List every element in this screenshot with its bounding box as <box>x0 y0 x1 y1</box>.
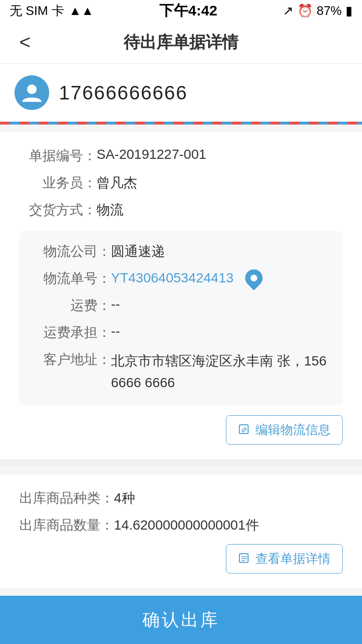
dashed-divider <box>0 122 362 125</box>
avatar-icon <box>20 81 44 105</box>
tracking-no-text: YT43064053424413 <box>111 270 234 286</box>
delivery-method-row: 交货方式： 物流 <box>19 201 343 219</box>
address-value: 北京市市辖区海淀区永丰南 张，156 6666 6666 <box>111 350 328 394</box>
logistics-company-label: 物流公司： <box>34 242 111 261</box>
address-label: 客户地址： <box>34 350 111 369</box>
tracking-no-row: 物流单号： YT43064053424413 <box>34 269 328 288</box>
carrier-text: 无 SIM 卡 <box>10 2 64 19</box>
page-title: 待出库单据详情 <box>124 31 238 54</box>
logistics-company-row: 物流公司： 圆通速递 <box>34 242 328 261</box>
freight-bearer-value: -- <box>111 323 328 339</box>
status-time: 下午4:42 <box>159 1 217 21</box>
nav-bar: < 待出库单据详情 <box>0 21 362 64</box>
back-button[interactable]: < <box>14 27 35 58</box>
confirm-bar[interactable]: 确认出库 <box>0 596 362 644</box>
wifi-icon: ▲▲ <box>69 3 94 18</box>
location-icon: ↗ <box>283 3 293 18</box>
status-right: ↗ ⏰ 87% ▮ <box>283 3 352 18</box>
edit-icon <box>238 423 251 436</box>
tracking-no-label: 物流单号： <box>34 269 111 288</box>
svg-rect-2 <box>239 554 248 562</box>
stock-info-section: 出库商品种类： 4种 出库商品数量： 14.620000000000001件 查… <box>0 475 362 588</box>
freight-value: -- <box>111 296 328 312</box>
sales-person-label: 业务员： <box>19 174 97 192</box>
product-qty-value: 14.620000000000001件 <box>114 516 343 534</box>
address-row: 客户地址： 北京市市辖区海淀区永丰南 张，156 6666 6666 <box>34 350 328 394</box>
freight-label: 运费： <box>34 296 111 315</box>
view-detail-button[interactable]: 查看单据详情 <box>226 544 343 574</box>
edit-logistics-button[interactable]: 编辑物流信息 <box>226 415 343 445</box>
order-no-label: 单据编号： <box>19 147 97 165</box>
logistics-company-value: 圆通速递 <box>111 242 328 261</box>
sales-person-value: 曾凡杰 <box>97 174 343 192</box>
customer-header: 17666666666 <box>0 64 362 122</box>
confirm-button-label: 确认出库 <box>142 608 220 632</box>
svg-point-0 <box>27 84 37 94</box>
delivery-method-label: 交货方式： <box>19 201 97 219</box>
list-icon <box>238 552 251 565</box>
avatar <box>14 75 49 110</box>
product-qty-label: 出库商品数量： <box>19 516 114 534</box>
status-bar: 无 SIM 卡 ▲▲ 下午4:42 ↗ ⏰ 87% ▮ <box>0 0 362 21</box>
alarm-icon: ⏰ <box>297 3 313 18</box>
freight-row: 运费： -- <box>34 296 328 315</box>
edit-btn-row: 编辑物流信息 <box>19 415 343 445</box>
logistics-info-box: 物流公司： 圆通速递 物流单号： YT43064053424413 运费： --… <box>19 231 343 406</box>
product-types-row: 出库商品种类： 4种 <box>19 489 343 507</box>
basic-info-section: 单据编号： SA-20191227-001 业务员： 曾凡杰 交货方式： 物流 … <box>0 132 362 459</box>
view-btn-row: 查看单据详情 <box>19 544 343 574</box>
location-pin-icon[interactable] <box>241 266 266 291</box>
tracking-no-value: YT43064053424413 <box>111 269 328 287</box>
section-divider <box>0 459 362 467</box>
order-no-value: SA-20191227-001 <box>97 147 343 162</box>
battery-icon: ▮ <box>346 3 352 18</box>
delivery-method-value: 物流 <box>97 201 343 219</box>
product-types-value: 4种 <box>114 489 343 507</box>
edit-btn-label: 编辑物流信息 <box>255 421 331 438</box>
order-no-row: 单据编号： SA-20191227-001 <box>19 147 343 165</box>
product-qty-row: 出库商品数量： 14.620000000000001件 <box>19 516 343 534</box>
status-left: 无 SIM 卡 ▲▲ <box>10 2 94 19</box>
sales-person-row: 业务员： 曾凡杰 <box>19 174 343 192</box>
freight-bearer-row: 运费承担： -- <box>34 323 328 342</box>
freight-bearer-label: 运费承担： <box>34 323 111 342</box>
view-btn-label: 查看单据详情 <box>255 550 331 567</box>
battery-text: 87% <box>317 3 342 18</box>
product-types-label: 出库商品种类： <box>19 489 114 507</box>
customer-phone: 17666666666 <box>59 82 188 104</box>
